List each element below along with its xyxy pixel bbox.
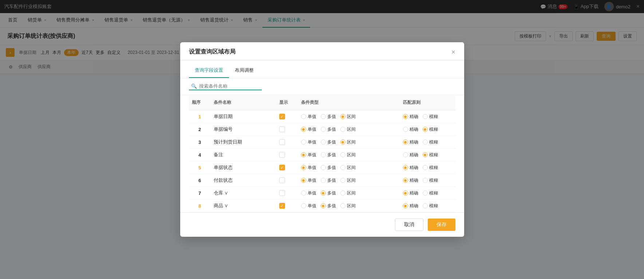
dialog-tab-fields[interactable]: 查询字段设置 — [189, 65, 229, 74]
dialog-tabs: 查询字段设置 布局调整 — [180, 60, 464, 74]
dialog-tab-layout[interactable]: 布局调整 — [229, 65, 260, 74]
dialog-tab-fields-label: 查询字段设置 — [195, 67, 223, 73]
overlay: 设置查询区域布局 × 查询字段设置 布局调整 🔍 顺序 条件名称 显示 — [0, 0, 644, 74]
dialog-tab-layout-label: 布局调整 — [235, 67, 254, 73]
dialog-header: 设置查询区域布局 × — [180, 42, 464, 60]
dialog-close-button[interactable]: × — [451, 49, 455, 55]
dialog: 设置查询区域布局 × 查询字段设置 布局调整 🔍 顺序 条件名称 显示 — [180, 42, 464, 74]
dialog-title: 设置查询区域布局 — [189, 48, 236, 56]
